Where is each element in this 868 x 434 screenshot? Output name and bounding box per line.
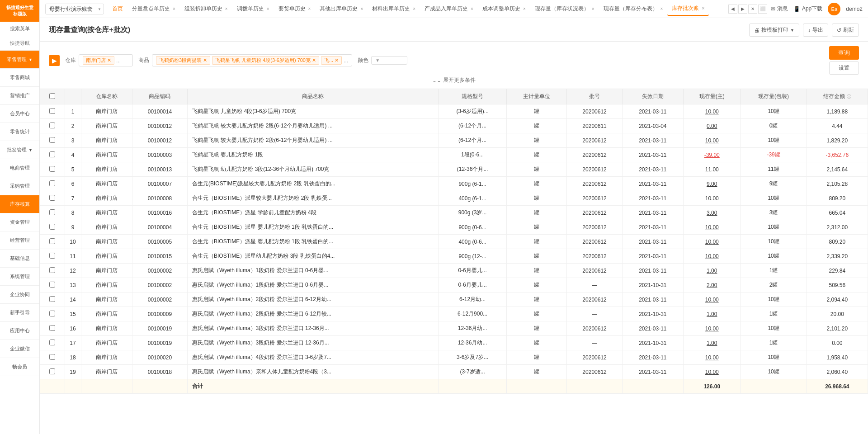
expand-more-btn[interactable]: ⌄⌄ 展开更多条件 xyxy=(49,76,859,84)
tab-close-icon[interactable]: × xyxy=(413,6,415,11)
row-checkbox[interactable] xyxy=(40,191,65,206)
row-qty-main[interactable]: 9.00 xyxy=(683,177,740,191)
row-qty-main[interactable]: 1.00 xyxy=(683,264,740,278)
row-checkbox[interactable] xyxy=(40,278,65,292)
row-qty-main[interactable]: 10.00 xyxy=(683,104,740,119)
row-checkbox[interactable] xyxy=(40,235,65,249)
sidebar-item-零售统计[interactable]: 零售统计 xyxy=(0,123,39,141)
sidebar-item-应用中心[interactable]: 应用中心 xyxy=(0,322,39,340)
tab-close-icon[interactable]: × xyxy=(225,6,228,11)
search-menu[interactable]: 搜索英单 xyxy=(0,22,39,36)
sidebar-item-会员中心[interactable]: 会员中心 xyxy=(0,105,39,123)
product-filter-input[interactable]: 飞鹤奶粉3段两提装 ✕ 飞鹤星飞帆 儿童奶粉 4段(3-6岁适用) 700克 ✕… xyxy=(152,54,352,66)
tab-1[interactable]: 组装拆卸单历史× xyxy=(180,2,232,16)
tab-close-icon[interactable]: × xyxy=(308,6,311,11)
sidebar-item-经营管理[interactable]: 经营管理 xyxy=(0,231,39,250)
row-checkbox[interactable] xyxy=(40,249,65,264)
sidebar-item-采购管理[interactable]: 采购管理 xyxy=(0,177,39,195)
sidebar-item-营销推广[interactable]: 营销推广 xyxy=(0,87,39,105)
tab-0[interactable]: 分量盘点单历史× xyxy=(127,2,180,16)
tab-close-icon[interactable]: × xyxy=(523,6,526,11)
product-tag-2-remove[interactable]: ✕ xyxy=(312,57,316,63)
row-checkbox[interactable] xyxy=(40,350,65,365)
row-checkbox[interactable] xyxy=(40,133,65,148)
settings-btn[interactable]: 设置 xyxy=(829,61,859,75)
row-checkbox[interactable] xyxy=(40,148,65,162)
query-btn[interactable]: 查询 xyxy=(829,46,859,60)
row-qty-main[interactable]: 1.00 xyxy=(683,336,740,350)
tab-close-icon[interactable]: × xyxy=(471,6,473,11)
refresh-btn[interactable]: ↺ 刷新 xyxy=(832,24,859,37)
sidebar-item-基础信息[interactable]: 基础信息 xyxy=(0,250,39,268)
sidebar-item-批发管理[interactable]: 批发管理▼ xyxy=(0,141,39,159)
tab-6[interactable]: 产成品入库单历史× xyxy=(420,2,478,16)
tab-10[interactable]: 库存批次账× xyxy=(667,2,709,16)
row-qty-main[interactable]: 10.00 xyxy=(683,249,740,264)
row-checkbox[interactable] xyxy=(40,206,65,220)
quick-nav[interactable]: 快捷导航 xyxy=(0,36,39,51)
row-checkbox[interactable] xyxy=(40,264,65,278)
row-checkbox[interactable] xyxy=(40,119,65,133)
row-checkbox[interactable] xyxy=(40,177,65,191)
tab-4[interactable]: 其他出库单历史× xyxy=(315,2,368,16)
row-qty-main[interactable]: 11.00 xyxy=(683,162,740,177)
tab-close-icon[interactable]: × xyxy=(592,6,594,11)
row-checkbox[interactable] xyxy=(40,321,65,336)
row-qty-main[interactable]: 3.00 xyxy=(683,206,740,220)
tab-3[interactable]: 要货单历史× xyxy=(274,2,316,16)
tab-home[interactable]: 首页 xyxy=(108,2,127,15)
app-download-btn[interactable]: 📱 App下载 xyxy=(793,5,822,13)
row-qty-main[interactable]: -39.00 xyxy=(683,148,740,162)
export-btn[interactable]: ↓ 导出 xyxy=(803,24,828,37)
row-checkbox[interactable] xyxy=(40,162,65,177)
row-qty-main[interactable]: 10.00 xyxy=(683,321,740,336)
tab-close-icon[interactable]: × xyxy=(173,6,175,11)
sidebar-item-企业微信[interactable]: 企业微信 xyxy=(0,340,39,358)
select-all-checkbox[interactable] xyxy=(49,93,55,99)
warehouse-filter-input[interactable]: 南岸门店 ✕ ... xyxy=(79,54,133,66)
row-checkbox[interactable] xyxy=(40,292,65,307)
row-qty-main[interactable]: 10.00 xyxy=(683,365,740,379)
nav-prev-btn[interactable]: ◀ xyxy=(728,5,737,14)
sidebar-item-零售管理[interactable]: 零售管理▼ xyxy=(0,51,39,69)
sidebar-item-资金管理[interactable]: 资金管理 xyxy=(0,213,39,231)
row-qty-main[interactable]: 10.00 xyxy=(683,220,740,235)
product-tag-1-remove[interactable]: ✕ xyxy=(203,57,207,63)
nav-maximize-btn[interactable]: ⬜ xyxy=(758,5,767,14)
template-print-btn[interactable]: 🖨 按模板打印 ▼ xyxy=(749,24,799,37)
filter-expand-btn[interactable]: ▶ xyxy=(49,55,60,66)
row-qty-main[interactable]: 10.00 xyxy=(683,350,740,365)
message-btn[interactable]: ✉ 消息 xyxy=(771,5,788,13)
account-dropdown[interactable]: 母婴行业演示账套 xyxy=(45,4,104,14)
row-qty-main[interactable]: 0.00 xyxy=(683,119,740,133)
tab-2[interactable]: 调拨单历史× xyxy=(232,2,274,16)
product-more[interactable]: ... xyxy=(344,57,348,64)
row-qty-main[interactable]: 10.00 xyxy=(683,133,740,148)
tab-7[interactable]: 成本调整单历史× xyxy=(478,2,530,16)
tab-8[interactable]: 现存量（库存状况表）× xyxy=(530,2,599,16)
tab-close-icon[interactable]: × xyxy=(702,6,704,11)
row-checkbox[interactable] xyxy=(40,220,65,235)
tab-9[interactable]: 现存量（库存分布表）× xyxy=(599,2,668,16)
warehouse-more[interactable]: ... xyxy=(116,57,121,64)
tab-close-icon[interactable]: × xyxy=(360,6,363,11)
user-avatar[interactable]: Ea xyxy=(828,3,840,15)
nav-next-btn[interactable]: ▶ xyxy=(738,5,747,14)
product-tag-3-remove[interactable]: ✕ xyxy=(335,57,339,63)
nav-close-btn[interactable]: ✕ xyxy=(748,5,757,14)
row-checkbox[interactable] xyxy=(40,365,65,379)
row-qty-main[interactable]: 2.00 xyxy=(683,278,740,292)
tab-close-icon[interactable]: × xyxy=(660,6,663,11)
sidebar-item-畅会员[interactable]: 畅会员 xyxy=(0,358,39,376)
sidebar-item-新手引导[interactable]: 新手引导 xyxy=(0,304,39,322)
row-qty-main[interactable]: 10.00 xyxy=(683,191,740,206)
row-qty-main[interactable]: 1.00 xyxy=(683,307,740,321)
warehouse-tag-remove[interactable]: ✕ xyxy=(107,57,111,63)
tab-5[interactable]: 材料出库单历史× xyxy=(368,2,420,16)
row-qty-main[interactable]: 10.00 xyxy=(683,235,740,249)
sidebar-item-库存核算[interactable]: 库存核算 xyxy=(0,195,39,213)
row-checkbox[interactable] xyxy=(40,104,65,119)
tab-close-icon[interactable]: × xyxy=(267,6,269,11)
row-qty-main[interactable]: 10.00 xyxy=(683,292,740,307)
row-checkbox[interactable] xyxy=(40,336,65,350)
